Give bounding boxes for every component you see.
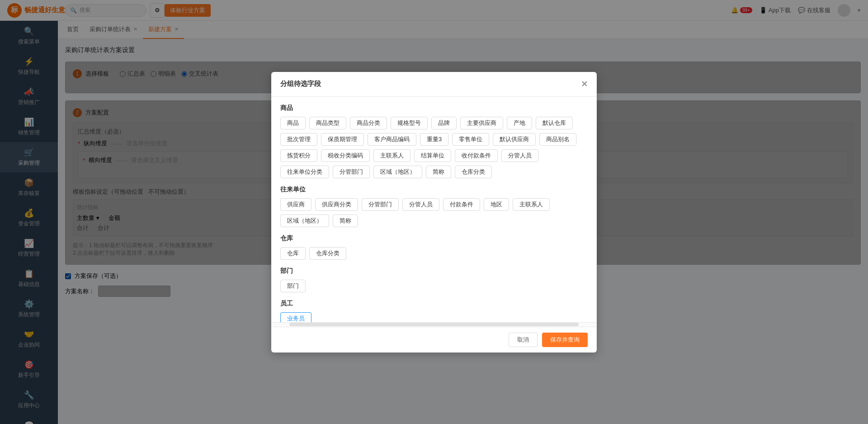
field-tag[interactable]: 收付款条件 — [455, 149, 498, 162]
field-tag[interactable]: 商品别名 — [539, 133, 576, 146]
field-tags-2: 仓库仓库分类 — [280, 247, 588, 260]
field-tag[interactable]: 付款条件 — [443, 198, 480, 211]
field-tag[interactable]: 批次管理 — [280, 133, 317, 146]
field-tag[interactable]: 商品分类 — [350, 117, 387, 129]
field-tag[interactable]: 供应商 — [280, 198, 311, 211]
field-tag[interactable]: 产地 — [507, 117, 532, 129]
field-tag[interactable]: 默认仓库 — [536, 117, 573, 129]
field-tags-1: 供应商供应商分类分管部门分管人员付款条件地区主联系人区域（地区）简称 — [280, 198, 588, 227]
modal-close-btn[interactable]: ✕ — [581, 79, 588, 89]
field-tag[interactable]: 简称 — [426, 166, 451, 178]
field-tags-0: 商品商品类型商品分类规格型号品牌主要供应商产地默认仓库批次管理保质期管理客户商品… — [280, 117, 588, 178]
modal-title: 分组待选字段 — [280, 80, 321, 88]
modal: 分组待选字段 ✕ 商品商品商品类型商品分类规格型号品牌主要供应商产地默认仓库批次… — [271, 72, 597, 353]
field-tag[interactable]: 往来单位分类 — [280, 166, 329, 178]
field-tags-3: 部门 — [280, 280, 588, 292]
field-group-0: 商品商品商品类型商品分类规格型号品牌主要供应商产地默认仓库批次管理保质期管理客户… — [280, 104, 588, 178]
field-tag[interactable]: 简称 — [333, 214, 358, 227]
field-tag[interactable]: 区域（地区） — [373, 166, 422, 178]
field-tag[interactable]: 主联系人 — [513, 198, 550, 211]
field-tag[interactable]: 商品 — [280, 117, 306, 129]
field-tag[interactable]: 税收分类编码 — [321, 149, 370, 162]
confirm-button[interactable]: 保存并查询 — [542, 333, 588, 347]
field-tag[interactable]: 零售单位 — [452, 133, 489, 146]
field-tag[interactable]: 默认供应商 — [493, 133, 536, 146]
field-tag[interactable]: 区域（地区） — [280, 214, 329, 227]
field-tag[interactable]: 重量3 — [420, 133, 448, 146]
field-tag[interactable]: 主联系人 — [373, 149, 410, 162]
field-tag[interactable]: 保质期管理 — [321, 133, 364, 146]
field-tag[interactable]: 主要供应商 — [460, 117, 503, 129]
field-group-title-3: 部门 — [280, 267, 588, 275]
field-group-title-0: 商品 — [280, 104, 588, 112]
field-group-title-2: 仓库 — [280, 234, 588, 243]
field-tag[interactable]: 商品类型 — [309, 117, 346, 129]
modal-overlay: 分组待选字段 ✕ 商品商品商品类型商品分类规格型号品牌主要供应商产地默认仓库批次… — [0, 0, 868, 424]
field-group-3: 部门部门 — [280, 267, 588, 292]
cancel-button[interactable]: 取消 — [509, 333, 538, 347]
field-tag[interactable]: 客户商品编码 — [368, 133, 416, 146]
field-group-title-4: 员工 — [280, 300, 588, 308]
field-tag[interactable]: 品牌 — [431, 117, 457, 129]
modal-body: 商品商品商品类型商品分类规格型号品牌主要供应商产地默认仓库批次管理保质期管理客户… — [271, 97, 597, 322]
field-tag[interactable]: 仓库分类 — [309, 247, 346, 260]
modal-hscroll[interactable] — [271, 322, 597, 327]
field-group-title-1: 往来单位 — [280, 186, 588, 194]
field-tag[interactable]: 结算单位 — [414, 149, 451, 162]
field-tag[interactable]: 供应商分类 — [315, 198, 358, 211]
field-tag[interactable]: 分管人员 — [402, 198, 439, 211]
field-tag[interactable]: 分管人员 — [501, 149, 538, 162]
field-tag[interactable]: 分管部门 — [362, 198, 399, 211]
field-group-2: 仓库仓库仓库分类 — [280, 234, 588, 260]
field-tag[interactable]: 仓库分类 — [455, 166, 492, 178]
field-tag[interactable]: 地区 — [484, 198, 509, 211]
field-tag[interactable]: 业务员 — [280, 312, 311, 322]
field-group-1: 往来单位供应商供应商分类分管部门分管人员付款条件地区主联系人区域（地区）简称 — [280, 186, 588, 227]
field-tag[interactable]: 拣货积分 — [280, 149, 317, 162]
modal-header: 分组待选字段 ✕ — [271, 72, 597, 97]
field-tag[interactable]: 规格型号 — [391, 117, 428, 129]
field-group-4: 员工业务员 — [280, 300, 588, 322]
field-tag[interactable]: 分管部门 — [333, 166, 370, 178]
field-tag[interactable]: 仓库 — [280, 247, 306, 260]
modal-footer: 取消 保存并查询 — [271, 327, 597, 353]
field-tag[interactable]: 部门 — [280, 280, 306, 292]
field-tags-4: 业务员 — [280, 312, 588, 322]
